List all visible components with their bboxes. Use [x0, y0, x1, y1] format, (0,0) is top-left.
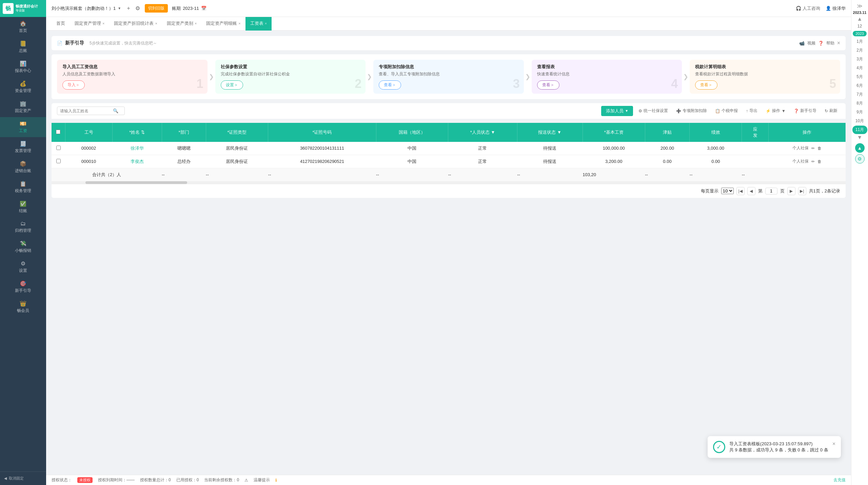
cancel-pin-btn[interactable]: ◀ 取消固定	[3, 474, 43, 482]
refresh-btn[interactable]: ↻ 刷新	[822, 107, 840, 115]
row-1-checkbox[interactable]	[56, 146, 61, 150]
row-2-checkbox[interactable]	[56, 159, 61, 163]
account-dropdown-icon[interactable]: ▼	[118, 6, 121, 10]
footer-allowance: --	[645, 168, 690, 181]
row-2-delete-icon[interactable]: 🗑	[817, 159, 822, 164]
quick-action-2[interactable]: ⚙	[855, 154, 865, 164]
last-page-btn[interactable]: ▶|	[798, 187, 806, 195]
sidebar-item-funds[interactable]: 💰 资金管理	[0, 77, 46, 97]
cal-month-6[interactable]: 6月	[852, 81, 867, 90]
sidebar-item-stock[interactable]: 📦 进销台账	[0, 157, 46, 177]
total-auth-label: 授权数量总计：0	[140, 477, 171, 483]
sort-icon[interactable]: ⇅	[141, 130, 145, 135]
filter-status-icon[interactable]: ▼	[491, 130, 495, 135]
guide-step-4-btn[interactable]: 查看＞	[537, 80, 559, 90]
row-1-checkbox-cell[interactable]	[52, 142, 65, 155]
sidebar-item-invoice[interactable]: 🧾 发票管理	[0, 137, 46, 157]
calendar-expand-btn[interactable]: ≫	[857, 3, 863, 9]
scrollbar-thumb[interactable]	[85, 181, 187, 184]
tax-report-btn[interactable]: 📋 个税申报	[712, 107, 741, 115]
cal-month-11[interactable]: 11月	[852, 126, 867, 134]
toast-close-btn[interactable]: ×	[832, 441, 835, 447]
calendar-up-btn[interactable]: ▲	[857, 16, 863, 22]
cal-month-2[interactable]: 2月	[852, 46, 867, 55]
calendar-down-btn[interactable]: ▼	[857, 134, 863, 141]
cal-month-12[interactable]: 12	[852, 22, 867, 30]
select-all-checkbox[interactable]	[56, 130, 60, 134]
row-1-social-btn[interactable]: 个人社保	[792, 145, 809, 151]
right-calendar-panel: ≫ 2023.11 ▲ 12 2023 1月 2月 3月 4月 5月 6月 7月…	[851, 0, 868, 485]
special-deduction-btn[interactable]: ➕ 专项附加扣除	[673, 107, 710, 115]
settings-topbar-icon[interactable]: ⚙	[135, 4, 141, 12]
sidebar-item-close[interactable]: ✅ 结账	[0, 197, 46, 217]
cal-month-9[interactable]: 9月	[852, 108, 867, 116]
tab-asset-type[interactable]: 固定资产类别 ×	[162, 17, 201, 31]
sidebar-item-ledger[interactable]: 📒 总账	[0, 37, 46, 57]
sidebar-item-guide[interactable]: 🎯 新手引导	[0, 277, 46, 297]
per-page-select[interactable]: 10 20 50	[721, 188, 734, 194]
sidebar-item-archive[interactable]: 🗂 归档管理	[0, 217, 46, 237]
row-2-checkbox-cell[interactable]	[52, 155, 65, 168]
row-1-edit-icon[interactable]: ✏	[811, 146, 815, 151]
export-label: 导出	[749, 108, 757, 114]
search-input[interactable]	[60, 109, 111, 113]
guide-video-label[interactable]: 视频	[807, 40, 815, 46]
tab-payroll-close[interactable]: ×	[265, 21, 267, 25]
social-security-btn[interactable]: ⚙ 统一社保设置	[636, 107, 671, 115]
cal-month-4[interactable]: 4月	[852, 64, 867, 72]
sidebar-item-payroll[interactable]: 💴 工资	[0, 117, 46, 137]
row-2-social-btn[interactable]: 个人社保	[792, 158, 809, 164]
cal-month-5[interactable]: 5月	[852, 73, 867, 81]
guide-help-label[interactable]: 帮助	[826, 40, 834, 46]
row-2-name-link[interactable]: 李俊杰	[131, 159, 144, 164]
operations-btn[interactable]: ⚡ 操作 ▼	[763, 107, 788, 115]
guide-step-2-btn[interactable]: 设置＞	[221, 80, 243, 90]
guide-step-3-btn[interactable]: 查看＞	[379, 80, 401, 90]
calendar-icon[interactable]: 📅	[201, 6, 206, 11]
tab-asset-mgmt[interactable]: 固定资产管理 ×	[70, 17, 109, 31]
guide-step-5-btn[interactable]: 查看＞	[695, 80, 717, 90]
select-all-header[interactable]	[52, 123, 65, 142]
export-btn[interactable]: ↑ 导出	[743, 107, 760, 115]
sidebar-item-assets[interactable]: 🏢 固定资产	[0, 97, 46, 117]
cal-month-8[interactable]: 8月	[852, 99, 867, 108]
tab-depreciation-close[interactable]: ×	[155, 21, 157, 25]
scrollbar-area[interactable]	[52, 181, 846, 184]
next-page-btn[interactable]: ▶	[787, 187, 795, 195]
guide-step-1-btn[interactable]: 导入＞	[62, 80, 85, 90]
tab-payroll[interactable]: 工资表 ×	[245, 17, 272, 31]
filter-report-icon[interactable]: ▼	[557, 130, 561, 135]
guide-btn[interactable]: ❓ 新手引导	[791, 107, 819, 115]
tab-asset-detail[interactable]: 固定资产明细账 ×	[201, 17, 245, 31]
tab-asset-type-close[interactable]: ×	[195, 21, 197, 25]
tab-asset-detail-close[interactable]: ×	[238, 21, 240, 25]
app-logo: 畅 畅捷通好会计 专业版	[0, 0, 46, 17]
guide-step-2-title: 社保参数设置	[221, 64, 247, 70]
recharge-btn[interactable]: 去充值	[833, 477, 846, 483]
cal-month-1[interactable]: 1月	[852, 37, 867, 46]
sidebar-item-tax[interactable]: 📋 税务管理	[0, 177, 46, 197]
add-employee-btn[interactable]: 添加人员 ▼	[601, 106, 633, 116]
add-account-icon[interactable]: ＋	[125, 4, 132, 13]
guide-close-icon[interactable]: ×	[837, 40, 840, 46]
quick-action-1[interactable]: ▲	[855, 143, 865, 153]
sidebar-item-expense[interactable]: 💸 小畅报销	[0, 237, 46, 257]
sidebar-item-home[interactable]: 🏠 首页	[0, 17, 46, 37]
cal-month-3[interactable]: 3月	[852, 55, 867, 63]
row-2-edit-icon[interactable]: ✏	[811, 159, 815, 164]
service-btn[interactable]: 🎧 人工咨询	[796, 5, 820, 12]
current-page-input[interactable]	[765, 188, 777, 194]
prev-page-btn[interactable]: ◀	[747, 187, 755, 195]
sidebar-item-reports[interactable]: 📊 报表中心	[0, 57, 46, 77]
cal-month-7[interactable]: 7月	[852, 90, 867, 99]
sidebar-item-vip[interactable]: 👑 畅会员	[0, 297, 46, 317]
sidebar-item-settings[interactable]: ⚙ 设置	[0, 257, 46, 277]
row-1-delete-icon[interactable]: 🗑	[817, 146, 822, 151]
tab-asset-mgmt-close[interactable]: ×	[102, 21, 104, 25]
tab-depreciation[interactable]: 固定资产折旧统计表 ×	[109, 17, 162, 31]
switch-version-btn[interactable]: 切到旧版	[145, 4, 168, 13]
first-page-btn[interactable]: |◀	[736, 187, 745, 195]
row-1-name-link[interactable]: 徐泽华	[131, 146, 144, 151]
tab-home[interactable]: 首页	[52, 17, 70, 31]
cal-month-10[interactable]: 10月	[852, 117, 867, 125]
